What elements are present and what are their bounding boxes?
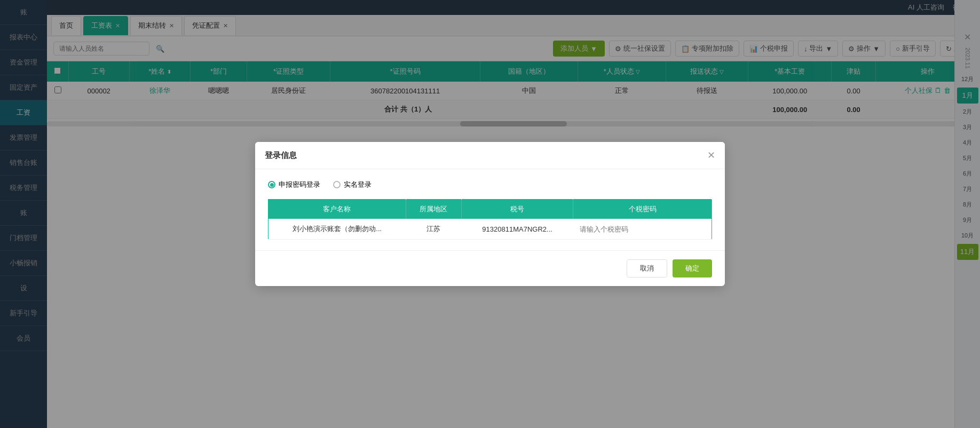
col-tax-password: 个税密码 — [573, 200, 712, 219]
radio-realname-dot — [333, 181, 341, 188]
radio-password-login[interactable]: 申报密码登录 — [268, 180, 320, 189]
login-dialog: 登录信息 ✕ 申报密码登录 实名登录 客户名称 所属地区 税号 个税密码 — [255, 142, 725, 286]
client-password-cell[interactable] — [573, 219, 712, 240]
client-tax-no-cell: 91320811MA7NGR2... — [461, 219, 573, 240]
confirm-button[interactable]: 确定 — [673, 259, 712, 278]
client-table: 客户名称 所属地区 税号 个税密码 刘小艳演示账套（勿删勿动... 江苏 913… — [268, 199, 712, 240]
dialog-title: 登录信息 — [265, 150, 297, 161]
tax-password-input[interactable] — [580, 225, 705, 233]
dialog-header: 登录信息 ✕ — [255, 142, 725, 169]
dialog-close-button[interactable]: ✕ — [707, 149, 715, 161]
radio-realname-login[interactable]: 实名登录 — [333, 180, 372, 189]
cancel-button[interactable]: 取消 — [627, 259, 667, 278]
radio-password-dot — [268, 181, 275, 188]
client-table-row: 刘小艳演示账套（勿删勿动... 江苏 91320811MA7NGR2... — [268, 219, 712, 240]
login-type-radio-group: 申报密码登录 实名登录 — [268, 180, 712, 189]
col-region: 所属地区 — [406, 200, 461, 219]
client-region-cell: 江苏 — [406, 219, 461, 240]
col-tax-no: 税号 — [461, 200, 573, 219]
dialog-body: 申报密码登录 实名登录 客户名称 所属地区 税号 个税密码 刘小艳演示账套（勿删… — [255, 169, 725, 250]
dialog-footer: 取消 确定 — [255, 250, 725, 286]
col-client-name: 客户名称 — [268, 200, 406, 219]
client-name-cell: 刘小艳演示账套（勿删勿动... — [268, 219, 406, 240]
